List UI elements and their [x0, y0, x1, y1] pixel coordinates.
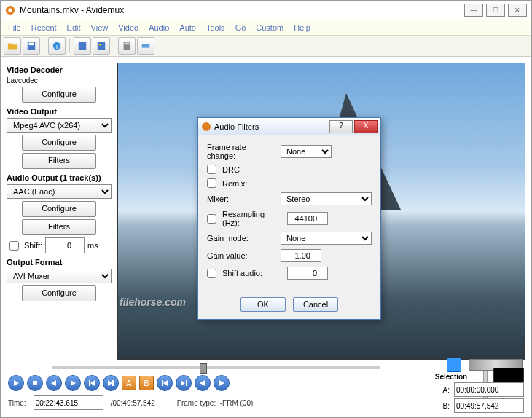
- seek-slider[interactable]: [52, 366, 380, 369]
- menu-tools[interactable]: Tools: [202, 22, 230, 33]
- video-output-combo[interactable]: Mpeg4 AVC (x264): [7, 118, 112, 133]
- bottom-bar: A B Time: /00:49:57.542 Frame type: I-FR…: [1, 360, 531, 417]
- video-output-configure-button[interactable]: Configure: [22, 135, 96, 151]
- video-output-filters-button[interactable]: Filters: [22, 153, 96, 169]
- menu-custom[interactable]: Custom: [251, 22, 288, 33]
- video-output-heading: Video Output: [7, 107, 112, 116]
- close-button[interactable]: ✕: [508, 4, 527, 17]
- toolbar: i: [1, 36, 531, 57]
- menu-recent[interactable]: Recent: [27, 22, 61, 33]
- svg-rect-11: [142, 44, 150, 47]
- menu-file[interactable]: File: [4, 22, 26, 33]
- color-picker-icon[interactable]: [447, 358, 461, 372]
- drc-checkbox[interactable]: [207, 165, 216, 174]
- frame-rate-label: Frame rate change:: [207, 143, 276, 160]
- time-input[interactable]: [34, 395, 103, 410]
- svg-rect-6: [79, 42, 87, 50]
- save-image-icon[interactable]: [93, 37, 110, 55]
- app-window: Mountains.mkv - Avidemux — ☐ ✕ File Rece…: [0, 0, 532, 418]
- svg-rect-10: [125, 43, 130, 45]
- selection-panel: Selection A: B:: [378, 373, 524, 413]
- save-video-icon[interactable]: [74, 37, 91, 55]
- next-frame-button[interactable]: [65, 375, 81, 391]
- prev-keyframe-button[interactable]: [84, 375, 100, 391]
- window-title: Mountains.mkv - Avidemux: [20, 5, 464, 15]
- audio-settings-icon[interactable]: [137, 37, 154, 55]
- menu-help[interactable]: Help: [289, 22, 315, 33]
- b-label: B:: [443, 402, 450, 410]
- goto-mark-b-button[interactable]: [214, 375, 230, 391]
- mark-a-button[interactable]: A: [122, 376, 136, 390]
- open-icon[interactable]: [4, 37, 21, 55]
- output-format-configure-button[interactable]: Configure: [22, 285, 96, 301]
- mixer-label: Mixer:: [207, 194, 276, 203]
- menu-go[interactable]: Go: [231, 22, 251, 33]
- svg-text:i: i: [56, 43, 58, 50]
- stop-button[interactable]: [27, 375, 43, 391]
- mark-b-button[interactable]: B: [139, 376, 154, 390]
- ok-button[interactable]: OK: [240, 297, 286, 312]
- menu-auto[interactable]: Auto: [175, 22, 200, 33]
- menu-edit[interactable]: Edit: [63, 22, 85, 33]
- prev-frame-button[interactable]: [46, 375, 62, 391]
- output-format-combo[interactable]: AVI Muxer: [7, 269, 112, 283]
- remix-checkbox[interactable]: [207, 178, 216, 188]
- mixer-combo[interactable]: Stereo: [281, 192, 372, 205]
- a-label: A:: [443, 386, 450, 394]
- cancel-button[interactable]: Cancel: [293, 297, 338, 312]
- b-value[interactable]: [454, 398, 524, 413]
- shift-value[interactable]: [45, 237, 85, 253]
- maximize-button[interactable]: ☐: [486, 4, 505, 17]
- resample-checkbox[interactable]: [207, 214, 216, 224]
- play-button[interactable]: [8, 375, 24, 391]
- audio-output-configure-button[interactable]: Configure: [22, 201, 96, 217]
- calculator-icon[interactable]: [118, 37, 136, 55]
- titlebar: Mountains.mkv - Avidemux — ☐ ✕: [1, 1, 531, 20]
- resample-input[interactable]: [287, 212, 328, 225]
- time-label: Time:: [8, 399, 26, 407]
- audio-output-filters-button[interactable]: Filters: [22, 219, 96, 235]
- next-keyframe-button[interactable]: [103, 375, 119, 391]
- sidebar: Video Decoder Lavcodec Configure Video O…: [1, 57, 117, 360]
- svg-rect-12: [33, 381, 37, 385]
- gain-mode-combo[interactable]: None: [281, 232, 372, 245]
- selection-heading: Selection: [378, 373, 524, 381]
- goto-start-button[interactable]: [157, 375, 173, 391]
- frame-type: Frame type: I-FRM (00): [177, 399, 253, 407]
- app-icon: [5, 5, 15, 15]
- shift-audio-label: Shift audio:: [222, 269, 283, 277]
- a-value[interactable]: [454, 382, 524, 397]
- menu-audio[interactable]: Audio: [144, 22, 173, 33]
- dialog-title: Audio Filters: [211, 122, 328, 131]
- gain-value-label: Gain value:: [207, 251, 276, 260]
- audio-output-combo[interactable]: AAC (Faac): [7, 184, 112, 199]
- minimize-button[interactable]: —: [464, 4, 483, 17]
- output-format-heading: Output Format: [7, 258, 112, 267]
- svg-rect-7: [98, 42, 106, 50]
- drc-label: DRC: [222, 165, 240, 174]
- shift-audio-input[interactable]: [287, 267, 328, 280]
- audio-filters-dialog: Audio Filters ? X Frame rate change:None…: [197, 117, 381, 320]
- shift-unit: ms: [87, 241, 98, 250]
- time-total: /00:49:57.542: [111, 399, 155, 407]
- shift-checkbox[interactable]: [9, 241, 19, 251]
- video-decoder-codec: Lavcodec: [7, 76, 112, 84]
- menu-video[interactable]: Video: [114, 22, 143, 33]
- goto-end-button[interactable]: [176, 375, 192, 391]
- frame-rate-combo[interactable]: None: [281, 145, 332, 158]
- gain-value-input[interactable]: [281, 249, 321, 262]
- info-icon[interactable]: i: [48, 37, 66, 55]
- audio-output-heading: Audio Output (1 track(s)): [7, 173, 112, 182]
- goto-mark-a-button[interactable]: [195, 375, 211, 391]
- menu-view[interactable]: View: [87, 22, 113, 33]
- dialog-close-button[interactable]: X: [354, 120, 378, 133]
- dialog-help-button[interactable]: ?: [329, 120, 353, 133]
- svg-rect-3: [29, 43, 34, 46]
- video-decoder-heading: Video Decoder: [7, 66, 112, 74]
- video-decoder-configure-button[interactable]: Configure: [22, 87, 96, 103]
- shift-label: Shift:: [24, 241, 42, 250]
- save-icon[interactable]: [23, 37, 40, 55]
- svg-point-8: [99, 44, 101, 46]
- shift-audio-checkbox[interactable]: [207, 269, 216, 278]
- menubar: File Recent Edit View Video Audio Auto T…: [1, 20, 531, 36]
